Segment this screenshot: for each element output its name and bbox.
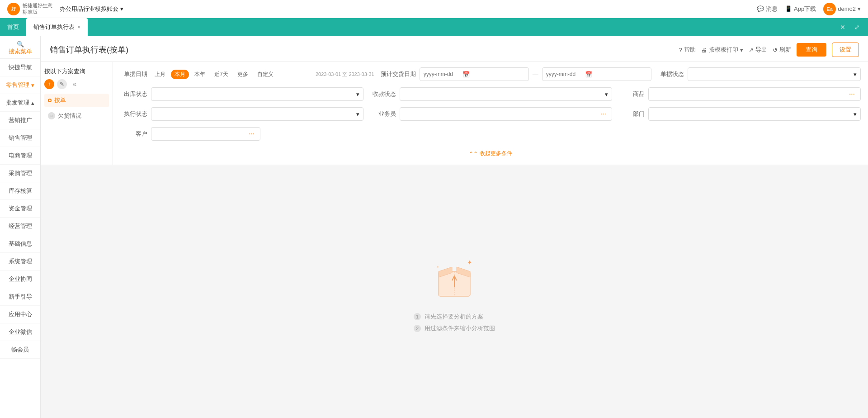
page-actions: ? 帮助 🖨 按模板打印 ▾ ↗ 导出 ↺ 刷新 查询 设置 bbox=[679, 43, 859, 57]
add-scheme-button[interactable]: + bbox=[44, 79, 54, 89]
main-layout: 🔍 搜索菜单 快捷导航 零售管理 ▾ 批发管理 ▴ 营销推广 销售管理 电商管理… bbox=[0, 36, 868, 418]
filter-form: 单据日期 上月 本月 本年 近7天 更多 自定义 bbox=[113, 62, 868, 165]
filter-field-receive-status: 收款状态 ▾ bbox=[369, 87, 612, 101]
tab-active[interactable]: 销售订单执行表 × bbox=[26, 18, 88, 36]
filter-sidebar: 按以下方案查询 + ✎ « 按单 ○ 欠货情况 bbox=[41, 62, 113, 165]
hint-badge-2: 2 bbox=[414, 325, 421, 332]
help-button[interactable]: ? 帮助 bbox=[679, 46, 696, 54]
filter-field-status: 单据状态 ▾ bbox=[657, 67, 861, 81]
sidebar-item-inventory[interactable]: 库存核算 bbox=[0, 182, 40, 200]
calendar-icon: 📅 bbox=[462, 71, 470, 78]
collapse-more-button[interactable]: ⌃⌃ 收起更多条件 bbox=[120, 147, 861, 159]
sidebar-item-operations[interactable]: 经营管理 bbox=[0, 218, 40, 235]
date-tag-last-month[interactable]: 上月 bbox=[151, 70, 169, 79]
query-button[interactable]: 查询 bbox=[797, 43, 826, 57]
chevron-down-icon: ▾ bbox=[858, 5, 861, 12]
date-label: 单据日期 bbox=[120, 70, 147, 78]
date-tag-custom[interactable]: 自定义 bbox=[254, 70, 277, 79]
filter-row-3: 执行状态 ▾ 业务员 ··· bbox=[120, 107, 861, 121]
app-download-button[interactable]: 📱 App下载 bbox=[785, 5, 816, 13]
scheme-item-1[interactable]: 按单 bbox=[44, 94, 109, 107]
sidebar-item-finance[interactable]: 资金管理 bbox=[0, 200, 40, 218]
date-tag-more[interactable]: 更多 bbox=[234, 70, 252, 79]
refresh-button[interactable]: ↺ 刷新 bbox=[773, 46, 791, 54]
product-more-button[interactable]: ··· bbox=[847, 90, 857, 98]
dept-select[interactable]: ▾ bbox=[648, 107, 861, 121]
sidebar-item-quick-nav[interactable]: 快捷导航 bbox=[0, 59, 40, 76]
sidebar-item-wholesale[interactable]: 批发管理 ▴ bbox=[0, 94, 40, 112]
chevron-down-icon: ▾ bbox=[31, 82, 34, 89]
sidebar-item-basic-info[interactable]: 基础信息 bbox=[0, 235, 40, 253]
filter-field-expected-date: 预计交货日期 📅 — 📅 bbox=[380, 67, 651, 81]
exec-status-select[interactable]: ▾ bbox=[151, 107, 363, 121]
receive-status-select[interactable]: ▾ bbox=[400, 87, 612, 101]
filter-row-4: 客户 ··· bbox=[120, 127, 861, 141]
header-left: 好 畅捷通好生意 标准版 办公用品行业模拟账套 ▾ bbox=[7, 3, 127, 15]
download-icon: 📱 bbox=[785, 5, 792, 12]
out-status-select[interactable]: ▾ bbox=[151, 87, 363, 101]
export-button[interactable]: ↗ 导出 bbox=[749, 46, 767, 54]
chevron-down-icon: ▾ bbox=[740, 47, 743, 53]
chevron-down-icon: ▾ bbox=[854, 111, 857, 118]
expand-button[interactable]: ⤢ bbox=[852, 22, 863, 33]
customer-label: 客户 bbox=[120, 130, 147, 138]
status-select[interactable]: ▾ bbox=[688, 67, 861, 81]
receive-status-label: 收款状态 bbox=[369, 90, 396, 98]
product-label: 商品 bbox=[618, 90, 645, 98]
filter-field-exec-status: 执行状态 ▾ bbox=[120, 107, 363, 121]
filter-panel: 按以下方案查询 + ✎ « 按单 ○ 欠货情况 bbox=[41, 62, 868, 165]
page-header: 销售订单执行表(按单) ? 帮助 🖨 按模板打印 ▾ ↗ 导出 ↺ 刷新 bbox=[41, 36, 868, 62]
salesman-select[interactable]: ··· bbox=[400, 107, 612, 121]
print-button[interactable]: 🖨 按模板打印 ▾ bbox=[701, 46, 743, 54]
tab-bar: 首页 销售订单执行表 × ✕ ⤢ bbox=[0, 18, 868, 36]
empty-svg: ✦ ✦ bbox=[427, 251, 481, 305]
expected-date-end[interactable]: 📅 bbox=[542, 67, 651, 81]
tab-home[interactable]: 首页 bbox=[0, 18, 26, 36]
message-button[interactable]: 💬 消息 bbox=[757, 5, 778, 13]
chevron-down-icon: ▾ bbox=[356, 91, 359, 98]
sidebar-item-app-center[interactable]: 应用中心 bbox=[0, 306, 40, 323]
user-menu[interactable]: Ea demo2 ▾ bbox=[823, 3, 861, 15]
tab-close-button[interactable]: × bbox=[77, 24, 80, 30]
sidebar-item-enterprise[interactable]: 企业协同 bbox=[0, 271, 40, 288]
sidebar-item-sales[interactable]: 销售管理 bbox=[0, 129, 40, 147]
avatar: Ea bbox=[823, 3, 836, 15]
date-tag-this-month[interactable]: 本月 bbox=[171, 70, 189, 79]
page-title: 销售订单执行表(按单) bbox=[50, 44, 128, 55]
sidebar-item-ecommerce[interactable]: 电商管理 bbox=[0, 147, 40, 165]
chevron-down-icon: ▾ bbox=[120, 5, 123, 12]
dept-label: 部门 bbox=[618, 110, 645, 118]
close-window-button[interactable]: ✕ bbox=[837, 22, 848, 33]
empty-illustration: ✦ ✦ bbox=[427, 251, 481, 305]
sidebar-search[interactable]: 🔍 搜索菜单 bbox=[0, 36, 40, 59]
date-tag-7days[interactable]: 近7天 bbox=[211, 70, 232, 79]
sidebar-item-enterprise-wechat[interactable]: 企业微信 bbox=[0, 323, 40, 341]
collapse-sidebar-button[interactable]: « bbox=[70, 79, 80, 89]
expected-date-start-input[interactable] bbox=[424, 71, 460, 77]
date-tag-this-year[interactable]: 本年 bbox=[191, 70, 209, 79]
salesman-more-button[interactable]: ··· bbox=[599, 110, 608, 118]
expected-date-end-input[interactable] bbox=[546, 71, 582, 77]
product-select[interactable]: ··· bbox=[648, 87, 861, 101]
chevron-down-icon: ▾ bbox=[854, 71, 857, 78]
refresh-icon: ↺ bbox=[773, 47, 778, 53]
filter-field-product: 商品 ··· bbox=[618, 87, 861, 101]
content-area: 销售订单执行表(按单) ? 帮助 🖨 按模板打印 ▾ ↗ 导出 ↺ 刷新 bbox=[41, 36, 868, 418]
scheme-item-2[interactable]: ○ 欠货情况 bbox=[44, 109, 109, 123]
sidebar-item-purchase[interactable]: 采购管理 bbox=[0, 165, 40, 182]
sidebar-item-marketing[interactable]: 营销推广 bbox=[0, 112, 40, 129]
customer-select[interactable]: ··· bbox=[151, 127, 260, 141]
edit-scheme-button[interactable]: ✎ bbox=[57, 79, 67, 89]
empty-hint-1: 1 请先选择要分析的方案 bbox=[414, 313, 483, 321]
filter-field-customer: 客户 ··· bbox=[120, 127, 260, 141]
company-selector[interactable]: 办公用品行业模拟账套 ▾ bbox=[56, 5, 127, 13]
sidebar-item-member[interactable]: 畅会员 bbox=[0, 341, 40, 359]
customer-more-button[interactable]: ··· bbox=[247, 130, 256, 138]
sidebar-item-new-guide[interactable]: 新手引导 bbox=[0, 288, 40, 306]
logo-area: 好 畅捷通好生意 标准版 bbox=[7, 3, 52, 15]
filter-field-out-status: 出库状态 ▾ bbox=[120, 87, 363, 101]
sidebar-item-retail[interactable]: 零售管理 ▾ bbox=[0, 76, 40, 94]
sidebar-item-system[interactable]: 系统管理 bbox=[0, 253, 40, 271]
settings-button[interactable]: 设置 bbox=[832, 43, 859, 57]
expected-date-start[interactable]: 📅 bbox=[420, 67, 529, 81]
